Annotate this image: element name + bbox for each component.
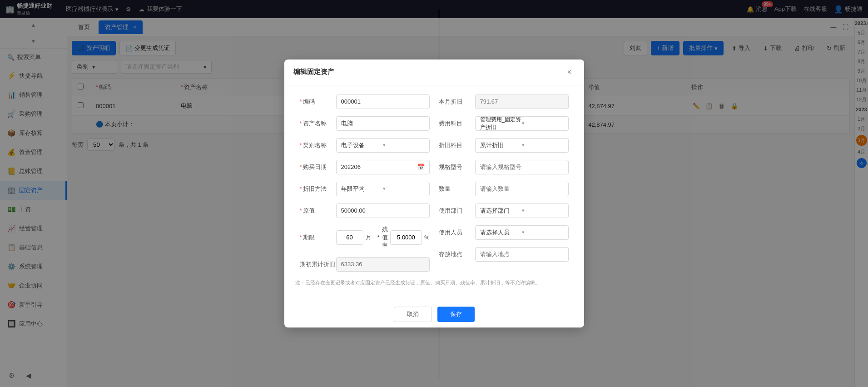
form-row-category: *类别名称 电子设备 ▾ xyxy=(300,138,430,153)
period-unit: 月 xyxy=(366,233,372,242)
form-row-period: *期限 月 * 残值率 % xyxy=(300,225,430,250)
original-value-input[interactable] xyxy=(336,203,430,218)
model-label: 规格型号 xyxy=(439,163,475,171)
residual-rate-label: 残值率 xyxy=(382,225,388,250)
expense-subject-label: 费用科目 xyxy=(439,119,475,128)
period-input[interactable] xyxy=(336,230,363,245)
original-value-label: *原值 xyxy=(300,207,336,215)
expense-subject-select[interactable]: 管理费用_固定资产折旧 ▾ xyxy=(475,116,569,131)
form-row-original-value: *原值 xyxy=(300,203,430,218)
calendar-icon: 📅 xyxy=(417,164,425,170)
modal-body: *编码 *资产名称 *类别名称 xyxy=(284,85,584,301)
form-row-model: 规格型号 xyxy=(439,160,569,174)
chevron-down-icon: ▾ xyxy=(522,142,564,148)
form-row-name: *资产名称 xyxy=(300,116,430,131)
initial-depr-input xyxy=(336,257,430,272)
location-input[interactable] xyxy=(475,247,569,262)
form-row-depr-subject: 折旧科目 累计折旧 ▾ xyxy=(439,138,569,153)
form-left-col: *编码 *资产名称 *类别名称 xyxy=(295,94,434,279)
edit-asset-modal: 编辑固定资产 × *编码 *资产名称 xyxy=(284,60,584,328)
chevron-down-icon: ▾ xyxy=(522,229,564,235)
form-row-depr-method: *折旧方法 年限平均 ▾ xyxy=(300,182,430,196)
modal-footer: 取消 保存 xyxy=(284,301,584,327)
code-label: *编码 xyxy=(300,98,336,106)
period-wrap: 月 * 残值率 % xyxy=(336,225,430,250)
form-note: 注：已经存在变更记录或者对应固定资产已经生成凭证，原值、购买日期、残值率、累计折… xyxy=(295,279,573,287)
purchase-date-picker[interactable]: 202206 📅 xyxy=(336,160,430,174)
form-row-location: 存放地点 xyxy=(439,247,569,262)
model-input[interactable] xyxy=(475,160,569,174)
depr-method-select[interactable]: 年限平均 ▾ xyxy=(336,182,430,196)
purchase-date-label: *购买日期 xyxy=(300,163,336,171)
asset-name-input[interactable] xyxy=(336,116,430,131)
form-row-monthly-depr: 本月折旧 xyxy=(439,94,569,109)
dept-select[interactable]: 请选择部门 ▾ xyxy=(475,203,569,218)
form-row-user: 使用人员 请选择人员 ▾ xyxy=(439,225,569,240)
location-label: 存放地点 xyxy=(439,250,475,258)
quantity-label: 数量 xyxy=(439,185,475,193)
user-label: 使用人员 xyxy=(439,228,475,237)
modal-title: 编辑固定资产 xyxy=(293,68,334,76)
form-right-col: 本月折旧 费用科目 管理费用_固定资产折旧 ▾ 折旧科目 xyxy=(434,94,573,279)
user-select[interactable]: 请选择人员 ▾ xyxy=(475,225,569,240)
monthly-depr-input xyxy=(475,94,569,109)
form-divider xyxy=(439,9,439,378)
category-label: *类别名称 xyxy=(300,141,336,149)
depr-method-label: *折旧方法 xyxy=(300,185,336,193)
category-select[interactable]: 电子设备 ▾ xyxy=(336,138,430,153)
residual-input[interactable] xyxy=(390,230,422,245)
form-grid: *编码 *资产名称 *类别名称 xyxy=(295,94,573,279)
modal-close-button[interactable]: × xyxy=(564,67,575,78)
initial-depr-label: 期初累计折旧 xyxy=(300,260,336,268)
modal-overlay: 编辑固定资产 × *编码 *资产名称 xyxy=(0,0,868,387)
depr-subject-label: 折旧科目 xyxy=(439,141,475,149)
dept-label: 使用部门 xyxy=(439,207,475,215)
form-row-initial-depr: 期初累计折旧 xyxy=(300,257,430,272)
period-label: *期限 xyxy=(300,233,336,242)
depr-subject-select[interactable]: 累计折旧 ▾ xyxy=(475,138,569,153)
chevron-down-icon: ▾ xyxy=(522,208,564,213)
form-row-quantity: 数量 xyxy=(439,182,569,196)
code-input[interactable] xyxy=(336,94,430,109)
form-row-code: *编码 xyxy=(300,94,430,109)
chevron-down-icon: ▾ xyxy=(522,120,564,126)
form-row-purchase-date: *购买日期 202206 📅 xyxy=(300,160,430,174)
cancel-button[interactable]: 取消 xyxy=(394,307,432,322)
save-button[interactable]: 保存 xyxy=(437,307,475,322)
modal-header: 编辑固定资产 × xyxy=(284,60,584,85)
asset-name-label: *资产名称 xyxy=(300,119,336,128)
monthly-depr-label: 本月折旧 xyxy=(439,98,475,106)
form-row-expense-subject: 费用科目 管理费用_固定资产折旧 ▾ xyxy=(439,116,569,131)
chevron-down-icon: ▾ xyxy=(383,186,425,192)
chevron-down-icon: ▾ xyxy=(383,142,425,148)
quantity-input[interactable] xyxy=(475,182,569,196)
form-row-dept: 使用部门 请选择部门 ▾ xyxy=(439,203,569,218)
residual-unit: % xyxy=(424,234,430,241)
